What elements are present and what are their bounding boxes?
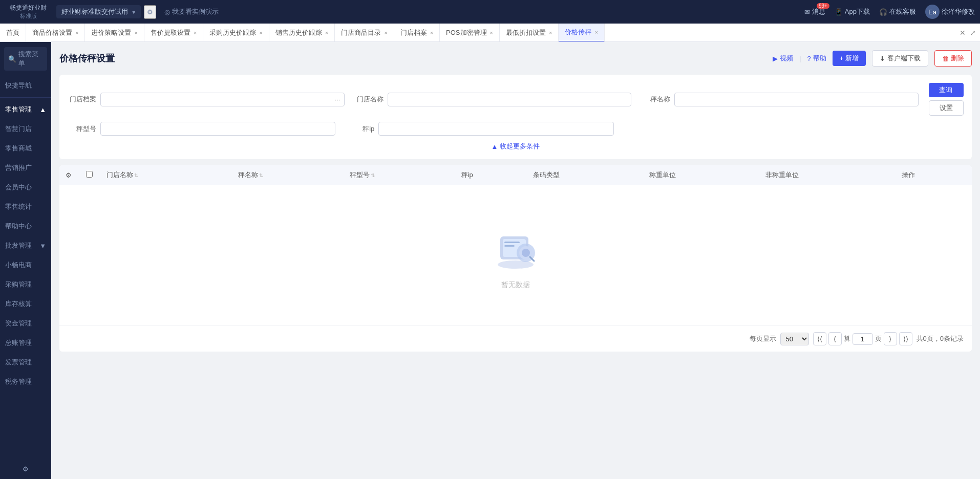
sidebar-item-tax[interactable]: 税务管理 <box>0 372 51 391</box>
tab-price-scale-label: 价格传秤 <box>565 28 591 37</box>
tab-purchase-strategy-label: 进价策略设置 <box>91 28 131 37</box>
sidebar-item-member-center[interactable]: 会员中心 <box>0 178 51 197</box>
close-icon[interactable]: × <box>384 30 387 36</box>
quick-nav-label: 快捷导航 <box>5 81 32 90</box>
tab-product-price[interactable]: 商品价格设置 × <box>26 24 85 42</box>
close-window-icon[interactable]: ✕ <box>960 29 966 37</box>
sidebar-item-purchase[interactable]: 采购管理 <box>0 275 51 294</box>
tab-store-archive-label: 门店档案 <box>400 28 427 37</box>
first-page-button[interactable]: ⟨⟨ <box>813 332 826 345</box>
store-name-input[interactable] <box>388 93 632 106</box>
tab-home[interactable]: 首页 <box>0 24 26 42</box>
page-word: 算 <box>844 334 850 343</box>
tab-purchase-history[interactable]: 采购历史价跟踪 × <box>203 24 269 42</box>
sort-scale-name[interactable]: 秤名称 ⇅ <box>238 170 337 180</box>
close-icon[interactable]: × <box>549 30 552 36</box>
messages-button[interactable]: ✉ 消息 99+ <box>804 7 825 16</box>
sort-scale-model[interactable]: 秤型号 ⇅ <box>350 170 449 180</box>
scale-ip-input[interactable] <box>378 122 613 136</box>
sidebar-item-retail-mall[interactable]: 零售商城 <box>0 139 51 158</box>
page-number-input[interactable] <box>853 333 873 345</box>
sidebar-item-inventory[interactable]: 库存核算 <box>0 294 51 314</box>
store-archive-input[interactable] <box>100 93 345 106</box>
version-settings-icon[interactable]: ⚙ <box>144 5 156 19</box>
marketing-label: 营销推广 <box>5 163 32 172</box>
tab-price-scale[interactable]: 价格传秤 × <box>559 24 604 42</box>
next-page-button[interactable]: ⟩ <box>884 332 897 345</box>
sidebar-item-wholesale[interactable]: 批发管理 ▼ <box>0 236 51 255</box>
close-icon[interactable]: × <box>594 29 598 35</box>
sort-icon: ⇅ <box>259 172 263 178</box>
tab-min-discount[interactable]: 最低折扣设置 × <box>500 24 559 42</box>
download-icon: ⬇ <box>880 55 885 62</box>
filter-store-archive: 门店档案 ··· <box>68 93 345 106</box>
top-right-area: ✉ 消息 99+ 📱 App下载 🎧 在线客服 Ea 徐泽华修改 <box>804 5 975 19</box>
tab-pos-security[interactable]: POS加密管理 × <box>440 24 500 42</box>
empty-state: 暂无数据 <box>66 190 966 320</box>
collapse-button[interactable]: ▲ 收起更多条件 <box>492 142 540 151</box>
demo-button[interactable]: ◎ 我要看实例演示 <box>164 7 219 16</box>
scale-model-input[interactable] <box>100 122 335 136</box>
help-label: 帮助 <box>813 54 826 63</box>
user-profile-button[interactable]: Ea 徐泽华修改 <box>925 5 975 19</box>
tab-store-catalog-label: 门店商品目录 <box>341 28 381 37</box>
tab-purchase-strategy[interactable]: 进价策略设置 × <box>85 24 144 42</box>
online-support-button[interactable]: 🎧 在线客服 <box>879 7 916 16</box>
sidebar-gear-button[interactable]: ⚙ <box>0 459 51 479</box>
ellipsis-icon: ··· <box>335 96 340 103</box>
help-link[interactable]: ? 帮助 <box>807 54 826 63</box>
close-icon[interactable]: × <box>490 30 493 36</box>
maximize-icon[interactable]: ⤢ <box>970 29 976 37</box>
tab-pos-security-label: POS加密管理 <box>446 28 486 37</box>
per-page-select[interactable]: 10 20 50 100 <box>780 333 809 345</box>
svg-rect-7 <box>504 242 520 243</box>
select-all-checkbox[interactable] <box>86 171 93 178</box>
sidebar-item-help-center[interactable]: 帮助中心 <box>0 216 51 236</box>
scale-name-input[interactable] <box>674 93 919 106</box>
tab-selling-extract[interactable]: 售价提取设置 × <box>144 24 203 42</box>
version-selector[interactable]: 好业财标准版交付试用 ▾ <box>56 5 141 18</box>
empty-cell: 暂无数据 <box>59 185 972 326</box>
sidebar-item-smart-store[interactable]: 智慧门店 <box>0 119 51 139</box>
svg-point-5 <box>522 249 530 257</box>
sidebar-item-quick-nav[interactable]: 快捷导航 <box>0 76 51 95</box>
sidebar-item-finance[interactable]: 资金管理 <box>0 314 51 333</box>
settings-button[interactable]: 设置 <box>929 100 964 116</box>
data-table: ⚙ 门店名称 ⇅ 秤名称 <box>59 165 972 325</box>
th-settings: ⚙ <box>59 165 80 185</box>
tab-sales-history[interactable]: 销售历史价跟踪 × <box>269 24 335 42</box>
close-icon[interactable]: × <box>259 30 262 36</box>
table-settings-icon[interactable]: ⚙ <box>66 171 72 179</box>
search-menu-button[interactable]: 🔍 搜索菜单 <box>4 47 47 71</box>
sidebar-item-retail-management[interactable]: 零售管理 ▲ <box>0 100 51 119</box>
th-weight-unit: 称重单位 <box>643 165 759 185</box>
sidebar-item-retail-stats[interactable]: 零售统计 <box>0 197 51 216</box>
close-icon[interactable]: × <box>194 30 197 36</box>
close-icon[interactable]: × <box>325 30 328 36</box>
close-icon[interactable]: × <box>430 30 433 36</box>
tab-home-label: 首页 <box>6 28 19 37</box>
download-client-button[interactable]: ⬇ 客户端下载 <box>872 50 928 67</box>
close-icon[interactable]: × <box>134 30 137 36</box>
sort-store-name[interactable]: 门店名称 ⇅ <box>106 170 226 180</box>
chevron-down-icon: ▼ <box>39 242 46 250</box>
user-name: 徐泽华修改 <box>942 7 975 16</box>
app-download-button[interactable]: 📱 App下载 <box>835 7 870 16</box>
delete-button[interactable]: 🗑 删除 <box>934 50 972 67</box>
support-icon: 🎧 <box>879 8 887 16</box>
sidebar-item-invoice[interactable]: 发票管理 <box>0 353 51 372</box>
sidebar-item-ecommerce[interactable]: 小畅电商 <box>0 255 51 275</box>
sidebar-item-general-ledger[interactable]: 总账管理 <box>0 333 51 353</box>
query-button[interactable]: 查询 <box>929 83 964 97</box>
tab-store-catalog[interactable]: 门店商品目录 × <box>335 24 394 42</box>
add-button[interactable]: + 新增 <box>833 51 866 66</box>
video-link[interactable]: ▶ 视频 <box>773 54 793 63</box>
prev-page-button[interactable]: ⟨ <box>828 332 842 345</box>
wholesale-label: 批发管理 <box>5 241 32 250</box>
search-menu-label: 搜索菜单 <box>18 50 43 68</box>
sidebar-search-area: 🔍 搜索菜单 <box>0 42 51 76</box>
tab-store-archive[interactable]: 门店档案 × <box>394 24 440 42</box>
sidebar-item-marketing[interactable]: 营销推广 <box>0 158 51 178</box>
close-icon[interactable]: × <box>75 30 78 36</box>
last-page-button[interactable]: ⟩⟩ <box>899 332 912 345</box>
